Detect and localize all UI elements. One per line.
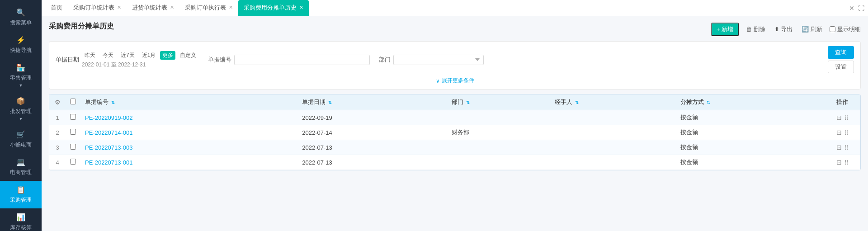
row-edit-icon-0[interactable]: ⊡ — [836, 114, 842, 121]
row-select-1[interactable] — [70, 129, 76, 135]
sidebar-item-retail-mgmt[interactable]: 🏪零售管理▼ — [0, 59, 42, 92]
col-handler[interactable]: 经手人 ⇅ — [550, 94, 676, 110]
arrow-icon-wholesale-mgmt: ▼ — [19, 117, 23, 121]
date-filter-label: 单据日期 — [56, 56, 79, 64]
table-body: 1 PE-20220919-002 2022-09-19 按金额 ⊡ ⁞⁞ 2 — [49, 110, 860, 170]
row-more-icon-0[interactable]: ⁞⁞ — [844, 114, 848, 121]
row-checkbox-3 — [66, 155, 80, 170]
row-more-icon-3[interactable]: ⁞⁞ — [844, 159, 848, 166]
tab-purchase-cost-history[interactable]: 采购费用分摊单历史✕ — [238, 0, 309, 16]
tab-purchase-order-stats[interactable]: 采购订单统计表✕ — [68, 0, 127, 16]
row-more-icon-1[interactable]: ⁞⁞ — [844, 129, 848, 136]
date-btn-yesterday[interactable]: 昨天 — [82, 51, 98, 60]
row-date-1: 2022-07-14 — [297, 125, 447, 140]
tab-label-purchase-order-stats: 采购订单统计表 — [73, 4, 114, 12]
col-doc-no[interactable]: 单据编号 ⇅ — [80, 94, 297, 110]
col-doc-date[interactable]: 单据日期 ⇅ — [297, 94, 447, 110]
row-select-3[interactable] — [70, 159, 76, 165]
filter-settings-button[interactable]: 设置 — [828, 61, 854, 73]
tab-label-purchase-cost-history: 采购费用分摊单历史 — [244, 4, 297, 12]
col-dept[interactable]: 部门 ⇅ — [447, 94, 550, 110]
row-actions-1: ⊡ ⁞⁞ — [824, 125, 860, 140]
add-button[interactable]: + 新增 — [711, 23, 739, 36]
row-checkbox-2 — [66, 140, 80, 155]
tab-label-purchase-exec: 采购订单执行表 — [185, 4, 226, 12]
tab-bar: 首页采购订单统计表✕进货单统计表✕采购订单执行表✕采购费用分摊单历史✕ ✕ ⛶ — [42, 0, 868, 16]
maximize-window-icon[interactable]: ⛶ — [858, 5, 864, 12]
sidebar-item-mini-ecom[interactable]: 🛒小畅电商 — [0, 126, 42, 153]
tab-home[interactable]: 首页 — [45, 0, 68, 16]
row-docno-3: PE-20220713-001 — [80, 155, 297, 170]
row-date-2: 2022-07-13 — [297, 140, 447, 155]
tab-purchase-exec[interactable]: 采购订单执行表✕ — [179, 0, 238, 16]
row-checkbox-1 — [66, 125, 80, 140]
doc-no-filter: 单据编号 — [208, 55, 370, 65]
row-docno-1: PE-20220714-001 — [80, 125, 297, 140]
gear-icon[interactable]: ⚙ — [55, 99, 61, 106]
row-docno-link-2[interactable]: PE-20220713-003 — [85, 144, 133, 151]
delete-button[interactable]: 🗑 删除 — [744, 24, 767, 34]
sidebar-item-quick-nav[interactable]: ⚡快捷导航 — [0, 31, 42, 59]
tab-close-inbound-stats[interactable]: ✕ — [170, 5, 174, 10]
close-window-icon[interactable]: ✕ — [849, 5, 854, 12]
row-docno-link-3[interactable]: PE-20220713-001 — [85, 159, 133, 166]
row-edit-icon-1[interactable]: ⊡ — [836, 129, 842, 136]
doc-no-input[interactable] — [234, 55, 370, 65]
doc-no-label: 单据编号 — [208, 56, 231, 64]
row-more-icon-2[interactable]: ⁞⁞ — [844, 144, 848, 151]
sidebar-item-search-menu[interactable]: 🔍搜索菜单 — [0, 4, 42, 31]
row-split-2: 按金额 — [676, 140, 824, 155]
sort-dept-icon: ⇅ — [466, 100, 470, 105]
dept-select[interactable]: 财务部 — [393, 55, 484, 65]
refresh-button[interactable]: 🔄 刷新 — [800, 24, 824, 34]
date-btn-1month[interactable]: 近1月 — [139, 51, 159, 60]
row-select-0[interactable] — [70, 114, 76, 120]
expand-more-btn[interactable]: ∨ 展开更多条件 — [56, 77, 854, 85]
page-title: 采购费用分摊单历史 — [49, 22, 114, 31]
tab-inbound-stats[interactable]: 进货单统计表✕ — [127, 0, 179, 16]
dept-filter: 部门 财务部 — [379, 55, 484, 65]
table-row: 4 PE-20220713-001 2022-07-13 按金额 ⊡ ⁞⁞ — [49, 155, 860, 170]
sidebar-item-ecom-mgmt[interactable]: 💻电商管理 — [0, 153, 42, 181]
action-buttons: 查询 设置 — [828, 46, 854, 73]
search-menu-icon: 🔍 — [16, 8, 25, 17]
row-docno-link-0[interactable]: PE-20220919-002 — [85, 114, 133, 121]
sidebar-label-ecom-mgmt: 电商管理 — [10, 169, 32, 176]
row-docno-2: PE-20220713-003 — [80, 140, 297, 155]
arrow-icon-retail-mgmt: ▼ — [19, 83, 23, 88]
sidebar-item-wholesale-mgmt[interactable]: 📦批发管理▼ — [0, 92, 42, 126]
date-btn-custom[interactable]: 自定义 — [177, 51, 199, 60]
retail-mgmt-icon: 🏪 — [16, 63, 25, 72]
sidebar-item-purchase-mgmt[interactable]: 📋采购管理 — [0, 181, 42, 208]
display-detail-input[interactable] — [830, 26, 835, 32]
row-edit-icon-3[interactable]: ⊡ — [836, 159, 842, 166]
expand-more-label: 展开更多条件 — [442, 77, 474, 85]
date-btn-today[interactable]: 今天 — [100, 51, 116, 60]
row-num-1: 2 — [49, 125, 66, 140]
select-all-checkbox[interactable] — [70, 99, 76, 104]
row-edit-icon-2[interactable]: ⊡ — [836, 144, 842, 151]
row-select-2[interactable] — [70, 144, 76, 150]
col-dept-label: 部门 — [452, 99, 463, 105]
quick-nav-icon: ⚡ — [16, 36, 25, 44]
tab-label-home: 首页 — [51, 4, 62, 12]
tab-close-purchase-cost-history[interactable]: ✕ — [299, 5, 303, 10]
ecom-mgmt-icon: 💻 — [16, 158, 25, 166]
sidebar-label-inventory: 库存核算 — [10, 224, 32, 231]
export-button[interactable]: ⬆ 导出 — [773, 24, 795, 34]
display-detail-checkbox[interactable]: 显示明细 — [830, 25, 861, 33]
sort-handler-icon: ⇅ — [575, 100, 579, 105]
col-split-method[interactable]: 分摊方式 ⇅ — [676, 94, 824, 110]
tab-close-purchase-order-stats[interactable]: ✕ — [117, 5, 121, 10]
row-docno-link-1[interactable]: PE-20220714-001 — [85, 129, 133, 136]
date-btn-more[interactable]: 更多 — [160, 51, 175, 60]
col-actions: 操作 — [824, 94, 860, 110]
query-button[interactable]: 查询 — [828, 46, 854, 59]
date-btn-7days[interactable]: 近7天 — [118, 51, 137, 60]
row-actions-2: ⊡ ⁞⁞ — [824, 140, 860, 155]
table-header-row: ⚙ 单据编号 ⇅ 单据日期 ⇅ — [49, 94, 860, 110]
tab-close-purchase-exec[interactable]: ✕ — [229, 5, 233, 10]
dept-select-wrapper: 财务部 — [393, 55, 484, 65]
sidebar-item-inventory[interactable]: 📊库存核算 — [0, 208, 42, 231]
sidebar-label-search-menu: 搜索菜单 — [10, 19, 32, 27]
